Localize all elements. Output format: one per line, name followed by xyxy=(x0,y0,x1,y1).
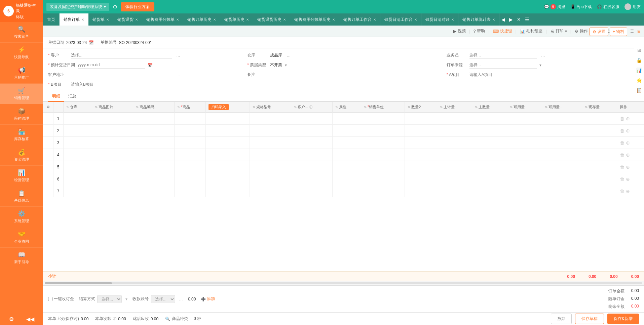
right-panel-icon-2[interactable]: 🔒 xyxy=(635,55,644,65)
settings-button[interactable]: ⚙ 设置 xyxy=(590,28,608,36)
sidebar-item-finance[interactable]: 💰 资金管理 xyxy=(0,145,43,166)
right-panel-icon-3[interactable]: 📊 xyxy=(635,66,644,75)
tab-sales-stats[interactable]: 销售订单统计表 ✕ xyxy=(458,13,499,26)
tab-close-all-button[interactable]: ✕ xyxy=(515,17,523,22)
tab-detail[interactable]: 明细 xyxy=(48,91,64,102)
row-copy-icon[interactable]: ⊕ xyxy=(626,128,630,133)
system-selector[interactable]: 装备及固定资产辅助管理系统 ▾ xyxy=(46,3,109,11)
sidebar-item-quick-nav[interactable]: ⚡ 快捷导航 xyxy=(0,43,43,63)
row-available-qty-cell[interactable] xyxy=(507,113,542,125)
col-available-qty[interactable]: ⇅ 可用量 xyxy=(507,102,542,113)
gear-settings-icon[interactable]: ⚙ xyxy=(113,4,117,10)
tab-sales-bill-history[interactable]: 销货单历史 ✕ xyxy=(220,13,253,26)
discard-button[interactable]: 放弃 xyxy=(551,314,572,324)
delivery-date-input[interactable] xyxy=(78,62,145,69)
row-warehouse-cell[interactable] xyxy=(63,113,92,125)
shortcut-button[interactable]: ⌨ 快捷键 xyxy=(493,28,512,34)
calendar-icon[interactable]: 📅 xyxy=(89,40,94,45)
row-attribute-cell[interactable] xyxy=(332,113,361,125)
tab-sales-return[interactable]: 销货退货 ✕ xyxy=(113,13,142,26)
tab-close-icon[interactable]: ✕ xyxy=(106,18,109,22)
row-sales-unit-cell[interactable] xyxy=(361,113,405,125)
b-project-input[interactable] xyxy=(71,81,172,88)
col-main-qty[interactable]: ⇅ 主数量 xyxy=(472,102,507,113)
tab-close-icon[interactable]: ✕ xyxy=(451,18,454,22)
tab-cashier-daily[interactable]: 钱贷日清工作台 ✕ xyxy=(380,13,421,26)
tab-close-icon[interactable]: ✕ xyxy=(414,18,417,22)
one-click-payment-checkbox[interactable]: 一键收订金 xyxy=(48,296,74,302)
save-new-button[interactable]: 保存&新增 xyxy=(607,314,639,324)
row-delete-icon[interactable]: 🗑 xyxy=(620,189,624,194)
save-draft-button[interactable]: 保存草稿 xyxy=(575,314,604,324)
tab-close-icon[interactable]: ✕ xyxy=(135,18,138,22)
delivery-calendar-icon[interactable]: 📅 xyxy=(148,63,153,68)
add-payment-button[interactable]: ➕ 添加 xyxy=(201,296,215,302)
sidebar-item-system[interactable]: ⚙️ 系统管理 xyxy=(0,207,43,227)
row-delete-icon[interactable]: 🗑 xyxy=(620,140,624,146)
col-product-image[interactable]: ⇅ 商品图片 xyxy=(92,102,133,113)
user-button[interactable]: 用友 xyxy=(624,3,641,10)
sidebar-item-basic[interactable]: 📋 基础信息 xyxy=(0,186,43,207)
customer-address-input[interactable] xyxy=(71,71,172,78)
tab-close-icon[interactable]: ✕ xyxy=(246,18,249,22)
tab-menu-button[interactable]: ☰ xyxy=(523,17,531,22)
tab-close-icon[interactable]: ✕ xyxy=(492,18,495,22)
right-panel-icon-4[interactable]: ⭐ xyxy=(635,76,644,85)
sidebar-item-guide[interactable]: 📖 新手引导 xyxy=(0,248,43,268)
sidebar-item-inventory[interactable]: 🏪 库存核算 xyxy=(0,125,43,145)
tab-close-icon[interactable]: ✕ xyxy=(213,18,216,22)
address-more-icon[interactable]: … xyxy=(176,73,180,77)
payment-method-select[interactable]: 选择... xyxy=(97,295,122,303)
order-source-input[interactable] xyxy=(469,62,537,69)
tab-prev-button[interactable]: ◀ xyxy=(499,17,507,22)
solution-button[interactable]: 体验行业方案 xyxy=(121,2,154,11)
customer-input[interactable] xyxy=(71,52,172,59)
col-customer-code[interactable]: ⇅ 客户... ⓘ xyxy=(291,102,332,113)
operation-button[interactable]: ⚙ 操作 xyxy=(575,28,588,34)
sidebar-item-sales[interactable]: 🛒 销售管理 xyxy=(0,84,43,104)
tab-sales-expense-split[interactable]: 销售费用分摊单 ✕ xyxy=(142,13,183,26)
col-available-qty2[interactable]: ⇅ 可用量... xyxy=(542,102,582,113)
row-copy-icon[interactable]: ⊕ xyxy=(626,164,630,170)
one-click-payment-input[interactable] xyxy=(48,297,52,301)
row-copy-icon[interactable]: ⊕ xyxy=(626,189,630,194)
col-attribute[interactable]: ⇅ 属性 xyxy=(332,102,361,113)
tab-summary[interactable]: 汇总 xyxy=(64,91,80,102)
view-button[interactable]: ▶ 视频 xyxy=(453,28,466,34)
row-quantity2-cell[interactable] xyxy=(405,113,437,125)
row-stock-qty-cell[interactable] xyxy=(582,113,617,125)
sidebar-item-marketing[interactable]: 📢 营销推广 xyxy=(0,63,43,84)
scrollbar-track[interactable] xyxy=(45,282,642,284)
col-product-code[interactable]: ⇅ 商品编码 xyxy=(133,102,175,113)
row-product-code-cell[interactable] xyxy=(133,113,175,125)
tab-close-icon[interactable]: ✕ xyxy=(283,18,286,22)
row-delete-icon[interactable]: 🗑 xyxy=(620,116,624,121)
row-copy-icon[interactable]: ⊕ xyxy=(626,140,630,146)
tab-sales-expense-history[interactable]: 销售费用分摊单历史 ✕ xyxy=(290,13,339,26)
tab-sales-order-workbench[interactable]: 销售订单工作台 ✕ xyxy=(339,13,380,26)
tab-close-icon[interactable]: ✕ xyxy=(81,18,84,22)
print-button[interactable]: 🖨 打印 ▾ xyxy=(550,28,567,34)
account-more[interactable]: … xyxy=(179,297,183,301)
row-delete-icon[interactable]: 🗑 xyxy=(620,164,624,170)
row-main-qty-cell[interactable] xyxy=(472,113,507,125)
tab-sales-order-history[interactable]: 销售订单历史 ✕ xyxy=(183,13,220,26)
tab-cashier-reconcile[interactable]: 钱贷日清对账 ✕ xyxy=(421,13,458,26)
customer-more-icon[interactable]: … xyxy=(176,53,180,58)
remark-input[interactable] xyxy=(270,71,371,78)
sidebar-item-enterprise[interactable]: 🤝 企业协同 xyxy=(0,227,43,248)
row-product-image-cell[interactable] xyxy=(92,113,133,125)
app-download-button[interactable]: 📱 App下载 xyxy=(570,4,592,10)
row-main-unit-cell[interactable] xyxy=(437,113,472,125)
col-settings[interactable]: ⚙ xyxy=(43,102,53,113)
row-delete-icon[interactable]: 🗑 xyxy=(620,176,624,182)
row-delete-icon[interactable]: 🗑 xyxy=(620,152,624,158)
sidebar-item-purchase[interactable]: 📦 采购管理 xyxy=(0,104,43,125)
col-scan-input[interactable]: 扫码录入 xyxy=(205,102,250,113)
col-main-unit[interactable]: ⇅ 主计量 xyxy=(437,102,472,113)
sidebar-settings-icon[interactable]: ⚙ xyxy=(9,316,14,322)
row-copy-icon[interactable]: ⊕ xyxy=(626,176,630,182)
message-button[interactable]: 💬 9 淘里 xyxy=(544,4,565,10)
salesperson-input[interactable] xyxy=(469,52,537,59)
col-quantity2[interactable]: ⇅ 数量2 xyxy=(405,102,437,113)
